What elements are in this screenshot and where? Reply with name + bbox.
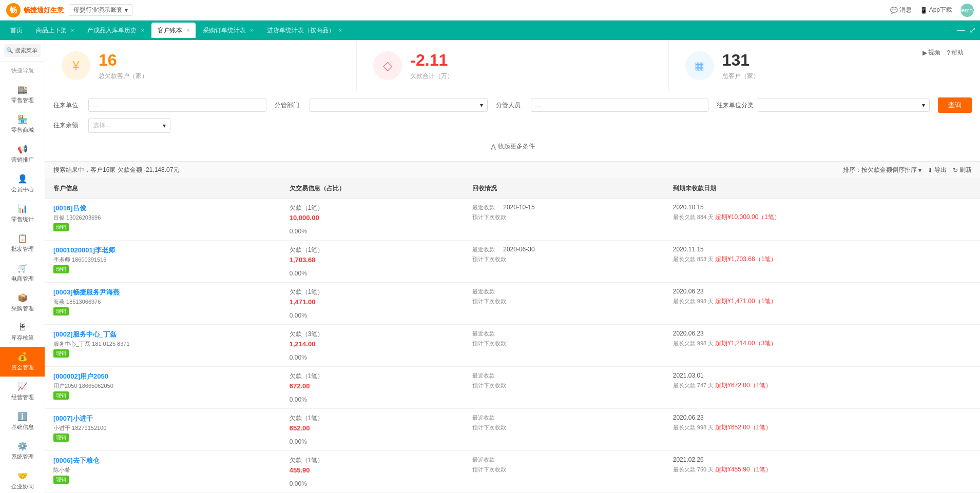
customer-name-3[interactable]: [0002]服务中心_丁磊 (53, 330, 117, 338)
cell-debt-info-2: 欠款（1笔） 1,471.00 0.00% (281, 283, 464, 325)
collapse-icon: ⋀ (491, 143, 496, 150)
customer-tag-1: 现销 (53, 265, 69, 273)
stats-bar: ¥ 16 总欠款客户（家） ◇ -2.11 欠款合计（万） ▦ 131 总客户（… (45, 40, 980, 91)
tab-close-customer-account[interactable]: × (186, 27, 189, 33)
filter-person-label: 分管人员 (496, 101, 527, 110)
tab-close-purchase-stat[interactable]: × (250, 27, 253, 33)
company-selector[interactable]: 母婴行业演示账套 ▾ (69, 4, 132, 16)
filter-balance-select[interactable]: 选择... ▾ (88, 118, 170, 133)
nav-app-download[interactable]: 📱 App下载 (920, 6, 952, 14)
refresh-btn[interactable]: ↻ 刷新 (953, 166, 972, 174)
overdue-date-4: 2021.03.01 (673, 372, 972, 379)
cell-recovery-2: 最近收款 预计下次收款 (464, 283, 665, 325)
debt-amount-0: 10,000.00 (290, 214, 456, 222)
overdue-amount-link-2[interactable]: 超期¥1,471.00（1笔） (715, 298, 777, 305)
help-btn[interactable]: ? 帮助 (947, 48, 964, 57)
tab-expand-icon[interactable]: ⤢ (969, 26, 976, 34)
customer-name-2[interactable]: [0003]畅捷服务尹海燕 (53, 288, 120, 296)
operation-icon: 📈 (17, 382, 28, 391)
export-btn[interactable]: ⬇ 导出 (928, 166, 947, 174)
filter-category-select[interactable]: ▾ (758, 98, 930, 112)
stat-icon-debt: ¥ (62, 51, 90, 80)
collapse-btn[interactable]: ⋀ 收起更多条件 (55, 140, 970, 153)
next-recv-label-2: 预计下次收款 (472, 298, 657, 305)
tab-minimize-icon[interactable]: — (957, 26, 965, 34)
debt-amount-4: 672.00 (290, 382, 456, 390)
sidebar-item-retail-mgmt[interactable]: 🏬 零售管理 (0, 80, 45, 109)
stat-label-debt: 总欠款客户（家） (99, 72, 148, 81)
overdue-amount-link-1[interactable]: 超期¥1,703.68（1笔） (715, 255, 777, 263)
sidebar-search-btn[interactable]: 🔍 搜索菜单 (4, 44, 41, 57)
result-bar: 搜索结果中，客户16家 欠款金额 -21,148.07元 排序：按欠款金额倒序排… (45, 162, 980, 179)
sidebar-item-system[interactable]: ⚙️ 系统管理 (0, 436, 45, 466)
sidebar-item-capital-mgmt[interactable]: 💰 资金管理 (0, 347, 45, 377)
sidebar-item-operation[interactable]: 📈 经营管理 (0, 377, 45, 406)
tab-home[interactable]: 首页 (4, 23, 29, 38)
customer-name-6[interactable]: [0006]去下粮仓 (53, 457, 100, 464)
overdue-amount-link-3[interactable]: 超期¥1,214.00（3笔） (715, 340, 777, 347)
filter-dept-select[interactable]: ▾ (310, 98, 488, 112)
cell-customer-info-6: [0006]去下粮仓 陈小希 现销 (45, 451, 281, 493)
tab-product-status[interactable]: 商品上下架 × (30, 23, 80, 38)
result-summary: 搜索结果中，客户16家 欠款金额 -21,148.07元 (53, 166, 179, 174)
tab-product-history[interactable]: 产成品入库单历史 × (81, 23, 150, 38)
basic-info-icon: ℹ️ (17, 411, 28, 421)
sidebar-item-members[interactable]: 👤 会员中心 (0, 169, 45, 199)
tab-close-incoming-stat[interactable]: × (339, 27, 342, 33)
overdue-date-1: 2020.11.15 (673, 246, 972, 253)
stat-card-debt-total: ◇ -2.11 欠款合计（万） (357, 40, 668, 91)
filter-person-input[interactable]: ... (531, 98, 709, 112)
tab-purchase-stat[interactable]: 采购订单统计表 × (197, 23, 259, 38)
help-icon: ? (947, 49, 950, 56)
sidebar-item-retail-mall[interactable]: 🏪 零售商城 (0, 109, 45, 139)
overdue-date-2: 2020.06.23 (673, 288, 972, 295)
customer-name-1[interactable]: [0001020001]李老师 (53, 246, 115, 254)
video-help-btn[interactable]: ▶ 视频 (923, 48, 940, 57)
sidebar-item-enterprise[interactable]: 🤝 企业协同 (0, 466, 45, 493)
sidebar-item-marketing[interactable]: 📢 营销推广 (0, 139, 45, 169)
last-recv-label-4: 最近收款 (472, 372, 495, 380)
stat-value-debt: 16 (99, 50, 148, 70)
sidebar-item-inventory[interactable]: 🗄 库存核算 (0, 318, 45, 347)
avatar[interactable]: demo2 (960, 4, 974, 17)
overdue-amount-link-6[interactable]: 超期¥455.90（1笔） (715, 466, 772, 473)
marketing-icon: 📢 (17, 144, 28, 154)
customer-name-4[interactable]: [000002]用户2050 (53, 372, 108, 380)
stat-info-total: 131 总客户（家） (722, 50, 759, 81)
customer-name-5[interactable]: [0007]小进干 (53, 415, 93, 422)
overdue-amount-link-5[interactable]: 超期¥652.00（1笔） (715, 424, 772, 431)
tab-customer-account[interactable]: 客户账本 × (151, 23, 196, 38)
sidebar-item-basic-info[interactable]: ℹ️ 基础信息 (0, 406, 45, 436)
debt-pct-3: 0.00% (290, 354, 456, 361)
cell-due-date-5: 2020.06.23 最长欠款 998 天 超期¥652.00（1笔） (665, 409, 980, 451)
table-row: [0001020001]李老师 李老师 18600391516 现销 欠款（1笔… (45, 241, 980, 283)
debt-amount-2: 1,471.00 (290, 298, 456, 306)
stat-label-total: 总客户（家） (722, 72, 759, 81)
tab-close-product-status[interactable]: × (71, 27, 74, 33)
debt-pct-0: 0.00% (290, 228, 456, 235)
refresh-icon: ↻ (953, 167, 958, 174)
sidebar-item-purchase-mgmt[interactable]: 📦 采购管理 (0, 288, 45, 318)
overdue-amount-link-0[interactable]: 超期¥10,000.00（1笔） (715, 213, 780, 221)
search-button[interactable]: 查询 (938, 97, 972, 113)
debt-amount-1: 1,703.68 (290, 256, 456, 264)
content-area: ¥ 16 总欠款客户（家） ◇ -2.11 欠款合计（万） ▦ 131 总客户（… (45, 40, 980, 493)
purchase-mgmt-icon: 📦 (17, 293, 28, 303)
tab-close-product-history[interactable]: × (141, 27, 144, 33)
logo-icon: 畅 (6, 3, 21, 17)
nav-message[interactable]: 💬 消息 (890, 6, 912, 14)
sort-select[interactable]: 排序：按欠款金额倒序排序 ▾ (843, 166, 921, 174)
stat-label-debt-total: 欠款合计（万） (410, 72, 453, 81)
filter-supplier-input[interactable]: ... (88, 98, 266, 112)
sidebar-item-batch-mgmt[interactable]: 📋 批发管理 (0, 228, 45, 258)
th-due-date: 到期未收款日期 (665, 179, 980, 199)
tab-incoming-stat[interactable]: 进货单统计表（按商品） × (261, 23, 348, 38)
next-recv-label-1: 预计下次收款 (472, 255, 657, 263)
overdue-amount-link-4[interactable]: 超期¥672.00（1笔） (715, 382, 772, 389)
customer-name-0[interactable]: [0016]吕俊 (53, 204, 86, 212)
customer-tag-6: 现销 (53, 476, 69, 484)
overdue-date-6: 2021.02.26 (673, 456, 972, 463)
sidebar-item-retail-stat[interactable]: 📊 零售统计 (0, 199, 45, 228)
customer-tag-4: 现销 (53, 391, 69, 400)
sidebar-item-ecommerce[interactable]: 🛒 电商管理 (0, 258, 45, 288)
